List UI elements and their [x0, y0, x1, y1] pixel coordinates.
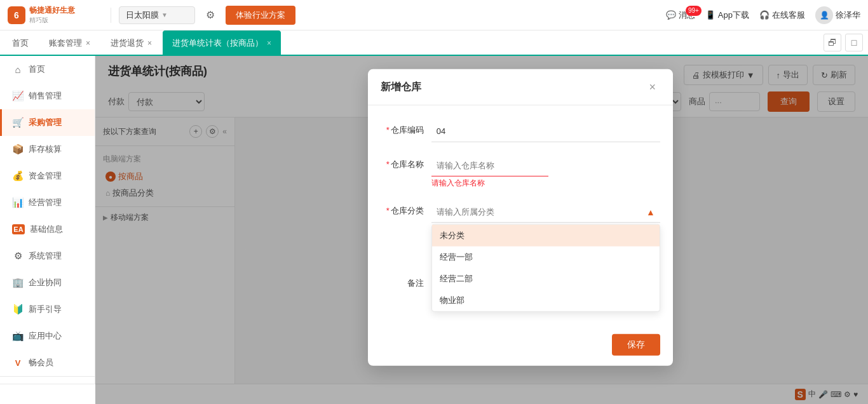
name-field-wrap [431, 155, 660, 177]
enterprise-icon: 🏢 [12, 277, 24, 288]
sidebar-item-newbie[interactable]: 🔰 新手引导 [0, 296, 95, 323]
message-icon: 💬 [666, 10, 676, 20]
tab-purchase-stats[interactable]: 进货单统计表（按商品） × [163, 30, 281, 55]
tab-purchase-stats-label: 进货单统计表（按商品） [172, 37, 263, 49]
category-select-wrap: ▲ 未分类 经营一部 经营二部 物业部 [431, 201, 660, 223]
warehouse-name-row: 仓库名称 请输入仓库名称 [381, 155, 660, 189]
logo-text: 畅捷通好生意 精巧版 [29, 5, 75, 25]
modal-footer: 保存 [368, 327, 673, 366]
finance-icon: 💰 [12, 170, 24, 182]
store-selector[interactable]: 日太阳膜 ▼ [119, 6, 195, 24]
app-download-btn[interactable]: 📱 App下载 [705, 10, 749, 21]
dropdown-item-dept2[interactable]: 经营二部 [432, 268, 660, 290]
category-arrow-icon[interactable]: ▲ [646, 207, 655, 217]
content-area: 进货单统计(按商品) 🖨 按模板打印 ▼ ↑ 导出 ↻ 刷新 [95, 56, 868, 404]
sales-icon: 📈 [12, 90, 24, 102]
tab-account-close[interactable]: × [86, 39, 90, 48]
category-input[interactable] [431, 201, 660, 223]
phone-icon: 📱 [705, 10, 715, 20]
sidebar-member-label: 畅会员 [29, 357, 53, 368]
operations-icon: 📊 [12, 197, 24, 208]
modal-body: 仓库编码 仓库名称 请输入仓库名称 仓库分类 [368, 105, 673, 327]
sidebar-item-basic[interactable]: EA 基础信息 [0, 216, 95, 243]
sidebar-item-inventory[interactable]: 📦 库存核算 [0, 136, 95, 163]
restore-btn[interactable]: 🗗 [824, 34, 841, 51]
sidebar-item-operations[interactable]: 📊 经营管理 [0, 189, 95, 216]
basic-icon: EA [12, 224, 25, 234]
name-label: 仓库名称 [381, 155, 431, 170]
online-service-btn[interactable]: 🎧 在线客服 [759, 10, 805, 21]
tab-purchase-return-label: 进货退货 [111, 37, 144, 49]
sidebar-item-apps[interactable]: 📺 应用中心 [0, 323, 95, 349]
sidebar-apps-label: 应用中心 [29, 330, 62, 342]
tab-actions: 🗗 □ [824, 30, 868, 55]
sidebar-item-sales[interactable]: 📈 销售管理 [0, 83, 95, 109]
tab-home[interactable]: 首页 [3, 30, 38, 55]
sidebar-newbie-label: 新手引导 [29, 304, 62, 315]
warehouse-name-input[interactable] [431, 155, 548, 177]
tab-account-label: 账套管理 [49, 37, 82, 49]
sidebar-item-enterprise[interactable]: 🏢 企业协同 [0, 269, 95, 296]
sidebar-system-label: 系统管理 [29, 250, 62, 262]
store-name: 日太阳膜 [126, 10, 159, 21]
category-dropdown: 未分类 经营一部 经营二部 物业部 [431, 224, 660, 312]
save-button[interactable]: 保存 [612, 334, 660, 356]
sidebar-home-label: 首页 [29, 64, 45, 75]
remark-label: 备注 [381, 274, 431, 289]
sidebar-item-member[interactable]: V 畅会员 [0, 349, 95, 376]
modal-header: 新增仓库 × [368, 69, 673, 105]
sidebar-operations-label: 经营管理 [29, 197, 62, 208]
store-arrow-icon: ▼ [161, 11, 168, 18]
online-service-label: 在线客服 [772, 10, 805, 21]
sidebar-finance-label: 资金管理 [29, 170, 62, 182]
sidebar-item-home[interactable]: ⌂ 首页 [0, 56, 95, 83]
member-icon: V [12, 357, 24, 368]
dropdown-item-dept1[interactable]: 经营一部 [432, 246, 660, 268]
newbie-icon: 🔰 [12, 304, 24, 315]
username: 徐泽华 [836, 10, 860, 21]
sidebar-basic-label: 基础信息 [30, 224, 63, 235]
sidebar-enterprise-label: 企业协同 [29, 277, 62, 288]
logo-area: 6 畅捷通好生意 精巧版 [8, 5, 103, 25]
avatar: 👤 [815, 6, 833, 24]
user-menu[interactable]: 👤 徐泽华 [815, 6, 860, 24]
message-badge: 99+ [686, 6, 702, 16]
settings-icon[interactable]: ⚙ [200, 5, 220, 25]
home-icon: ⌂ [12, 64, 24, 75]
app-download-label: App下载 [718, 10, 749, 21]
sidebar: ⌂ 首页 📈 销售管理 🛒 采购管理 📦 库存核算 💰 资金管理 📊 经营管理 … [0, 56, 95, 404]
system-icon: ⚙ [12, 250, 24, 262]
sidebar-purchase-label: 采购管理 [29, 117, 62, 128]
sidebar-inventory-label: 库存核算 [29, 144, 62, 155]
sidebar-sales-label: 销售管理 [29, 90, 62, 102]
modal-close-btn[interactable]: × [645, 79, 660, 95]
warehouse-category-row: 仓库分类 ▲ 未分类 经营一部 经营二部 物业部 [381, 201, 660, 223]
topbar: 6 畅捷通好生意 精巧版 日太阳膜 ▼ ⚙ 体验行业方案 💬 消息 99+ 📱 … [0, 0, 868, 30]
topbar-right: 💬 消息 99+ 📱 App下载 🎧 在线客服 👤 徐泽华 [666, 6, 860, 24]
warehouse-code-row: 仓库编码 [381, 121, 660, 142]
code-label: 仓库编码 [381, 121, 431, 136]
tab-purchase-return[interactable]: 进货退货 × [101, 30, 161, 55]
dropdown-item-uncategorized[interactable]: 未分类 [432, 225, 660, 246]
maximize-btn[interactable]: □ [845, 34, 863, 51]
tab-account[interactable]: 账套管理 × [39, 30, 100, 55]
sidebar-item-purchase[interactable]: 🛒 采购管理 [0, 109, 95, 136]
purchase-icon: 🛒 [12, 117, 24, 128]
tab-purchase-return-close[interactable]: × [147, 39, 152, 48]
dropdown-item-property[interactable]: 物业部 [432, 290, 660, 311]
message-btn[interactable]: 💬 消息 99+ [666, 10, 695, 21]
tabbar: 首页 账套管理 × 进货退货 × 进货单统计表（按商品） × 🗗 □ [0, 30, 868, 56]
main-layout: ⌂ 首页 📈 销售管理 🛒 采购管理 📦 库存核算 💰 资金管理 📊 经营管理 … [0, 56, 868, 404]
sidebar-item-system[interactable]: ⚙ 系统管理 [0, 243, 95, 269]
warehouse-code-input[interactable] [431, 121, 660, 142]
apps-icon: 📺 [12, 330, 24, 342]
headset-icon: 🎧 [759, 10, 770, 20]
trial-button[interactable]: 体验行业方案 [226, 6, 295, 25]
logo-icon: 6 [8, 6, 25, 24]
tab-home-label: 首页 [12, 37, 29, 49]
tab-purchase-stats-close[interactable]: × [267, 39, 271, 48]
new-warehouse-modal: 新增仓库 × 仓库编码 仓库名称 请输入仓库名称 [368, 69, 673, 366]
sidebar-item-finance[interactable]: 💰 资金管理 [0, 163, 95, 189]
modal-title: 新增仓库 [381, 81, 421, 94]
name-error-msg: 请输入仓库名称 [431, 178, 485, 189]
